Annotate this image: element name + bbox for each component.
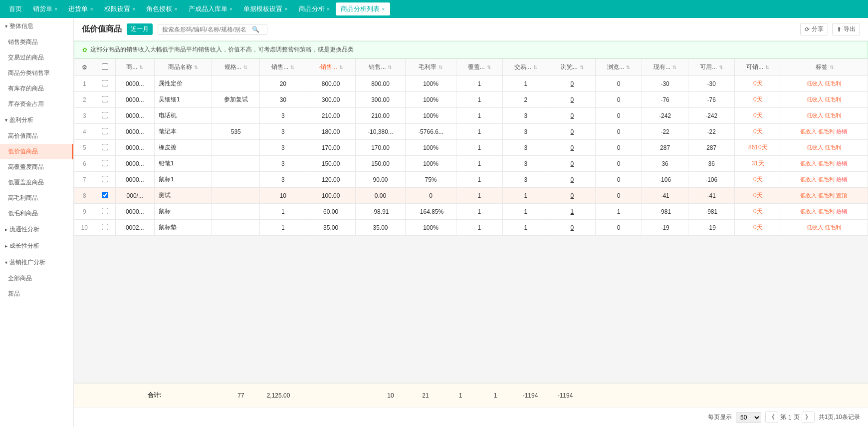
sort-code[interactable]: ⇅ [139,64,143,70]
per-page-select[interactable]: 50 100 200 [736,412,761,423]
sort-qty[interactable]: ⇅ [290,64,294,70]
view1-link[interactable]: 0 [571,80,574,87]
nav-close-products[interactable]: × [229,6,232,12]
nav-close-purchase[interactable]: × [90,6,93,12]
sort-coverage[interactable]: ⇅ [487,64,491,70]
row-checkbox-4[interactable] [102,144,108,150]
period-button[interactable]: 近一月 [127,23,153,35]
nav-close-sales[interactable]: × [54,6,57,12]
cell-checkbox[interactable] [95,108,115,124]
row-checkbox-5[interactable] [102,160,108,166]
sidebar-item-traded-goods[interactable]: 交易过的商品 [0,50,73,65]
cell-checkbox[interactable] [95,76,115,92]
cell-checkbox[interactable] [95,92,115,108]
settings-icon[interactable]: ⚙ [82,64,87,71]
nav-goods-analysis[interactable]: 商品分析 × [294,2,335,15]
cell-checkbox[interactable] [95,188,115,204]
row-checkbox-7[interactable] [102,192,108,198]
nav-close-roles[interactable]: × [174,6,177,12]
search-icon[interactable]: 🔍 [252,26,259,33]
sidebar-section-profit[interactable]: ▾ 盈利分析 [0,112,73,128]
view1-link[interactable]: 0 [571,224,574,231]
sidebar-item-low-coverage[interactable]: 低覆盖度商品 [0,175,73,190]
sidebar-section-liquidity[interactable]: ▸ 流通性分析 [0,221,73,238]
sort-name[interactable]: ⇅ [194,64,198,70]
view1-link[interactable]: 0 [571,96,574,103]
sidebar-item-stock-goods[interactable]: 有库存的商品 [0,81,73,96]
sidebar-section-growth[interactable]: ▸ 成长性分析 [0,238,73,254]
row-checkbox-2[interactable] [102,112,108,118]
cell-view1[interactable]: 0 [549,76,595,92]
cell-view1[interactable]: 0 [549,172,595,188]
th-checkbox[interactable] [95,59,115,76]
nav-goods-list[interactable]: 商品分析列表 × [336,2,390,15]
nav-permissions[interactable]: 权限设置 × [99,2,140,15]
sidebar-item-low-value[interactable]: 低价值商品 [0,144,73,159]
nav-products[interactable]: 产成品入库单 × [184,2,237,15]
view1-link[interactable]: 0 [571,128,574,135]
cell-checkbox[interactable] [95,172,115,188]
row-checkbox-1[interactable] [102,96,108,102]
view1-link[interactable]: 0 [571,192,574,199]
select-all-checkbox[interactable] [102,63,108,70]
view1-link[interactable]: 0 [571,160,574,167]
view1-link[interactable]: 0 [571,112,574,119]
sidebar-section-overall[interactable]: ▾ 整体信息 [0,18,73,34]
search-input[interactable] [162,26,252,33]
row-checkbox-3[interactable] [102,128,108,134]
sidebar-item-all-goods[interactable]: 全部商品 [0,271,73,286]
cell-view1[interactable]: 0 [549,156,595,172]
th-settings[interactable]: ⚙ [74,59,95,76]
first-page-button[interactable]: 《 [765,412,778,423]
nav-purchase[interactable]: 进货单 × [63,2,98,15]
nav-sales[interactable]: 销货单 × [28,2,62,15]
sidebar-item-high-coverage[interactable]: 高覆盖度商品 [0,159,73,175]
cell-checkbox[interactable] [95,156,115,172]
cell-view1[interactable]: 0 [549,108,595,124]
sidebar-item-sales-goods[interactable]: 销售类商品 [0,34,73,50]
sort-spec[interactable]: ⇅ [243,64,247,70]
sort-available[interactable]: ⇅ [719,64,723,70]
row-checkbox-0[interactable] [102,80,108,86]
sort-amount[interactable]: ⇅ [339,64,343,70]
cell-checkbox[interactable] [95,124,115,140]
next-page-button[interactable]: 》 [802,412,815,423]
sort-current[interactable]: ⇅ [672,64,676,70]
export-button[interactable]: ⬆ 导出 [832,23,860,35]
nav-close-goods-list[interactable]: × [382,6,385,12]
sidebar-item-high-value[interactable]: 高价值商品 [0,128,73,144]
view1-link[interactable]: 0 [571,176,574,183]
nav-home[interactable]: 首页 [4,2,27,15]
cell-view1[interactable]: 0 [549,124,595,140]
share-button[interactable]: ⟳ 分享 [800,23,828,35]
sidebar-item-category-sales-rate[interactable]: 商品分类销售率 [0,65,73,81]
cell-view1[interactable]: 0 [549,92,595,108]
nav-close-template[interactable]: × [284,6,287,12]
nav-close-permissions[interactable]: × [132,6,135,12]
sort-trade[interactable]: ⇅ [533,64,537,70]
sort-avg-price[interactable]: ⇅ [388,64,392,70]
cell-view1[interactable]: 0 [549,188,595,204]
sidebar-section-marketing[interactable]: ▾ 营销推广分析 [0,254,73,271]
sort-gross-margin[interactable]: ⇅ [438,64,442,70]
sidebar-item-low-margin[interactable]: 低毛利商品 [0,206,73,221]
cell-view1[interactable]: 0 [549,220,595,236]
view1-link[interactable]: 1 [571,208,574,215]
cell-checkbox[interactable] [95,220,115,236]
cell-view1[interactable]: 0 [549,140,595,156]
row-checkbox-9[interactable] [102,224,108,230]
sort-view1[interactable]: ⇅ [580,64,584,70]
sort-view2[interactable]: ⇅ [626,64,630,70]
row-checkbox-6[interactable] [102,176,108,182]
cell-checkbox[interactable] [95,204,115,220]
nav-roles[interactable]: 角色授权 × [141,2,182,15]
row-checkbox-8[interactable] [102,208,108,214]
cell-view1[interactable]: 1 [549,204,595,220]
cell-checkbox[interactable] [95,140,115,156]
sort-sellable[interactable]: ⇅ [765,64,769,70]
sort-tags[interactable]: ⇅ [830,64,834,70]
nav-template[interactable]: 单据模板设置 × [238,2,292,15]
sidebar-item-inventory-capital[interactable]: 库存资金占用 [0,96,73,112]
view1-link[interactable]: 0 [571,144,574,151]
sidebar-item-new-goods[interactable]: 新品 [0,286,73,302]
